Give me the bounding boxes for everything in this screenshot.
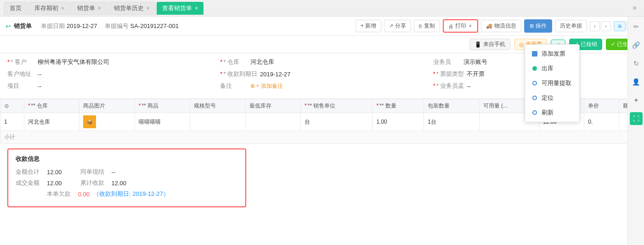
th-pack-qty: 包装数量 <box>424 99 479 113</box>
transaction-amount-item: 成交金额 12.00 <box>16 179 62 187</box>
subtotal-row: 小计 <box>0 131 644 144</box>
transaction-amount-label: 成交金额 <box>16 179 43 187</box>
dropdown-menu: 添加发票 出库 可用量提取 定位 <box>525 44 580 122</box>
this-order-due-label: 本单欠款 <box>47 190 74 198</box>
due-date-note: （收款到期日: 2019-12-27） <box>93 190 169 198</box>
warehouse-value: 河北仓库 <box>250 58 274 66</box>
row-qty: 1.00 <box>373 113 424 131</box>
tab-inventory-open[interactable]: 库存期初 × <box>28 2 70 15</box>
prev-arrow[interactable]: ‹ <box>590 21 600 31</box>
share-button[interactable]: ↗ 分享 <box>384 20 411 32</box>
cumulative-collection-value: 12.00 <box>112 180 127 187</box>
same-order-settle-value: -- <box>112 169 116 176</box>
th-qty: ** 数量 <box>373 99 424 113</box>
from-phone-button[interactable]: 📱 来自手机 <box>469 39 510 50</box>
doc-number-field: 单据编号 SA-20191227-001 <box>105 22 179 30</box>
refresh-item[interactable]: 刷新 <box>525 105 579 120</box>
warehouse-label: * 仓库 <box>220 58 248 66</box>
add-button[interactable]: + 新增 <box>356 20 381 32</box>
sidebar-star-icon[interactable]: ✦ <box>630 94 643 107</box>
th-unit: ** 销售单位 <box>301 99 373 113</box>
due-date-value: 2019-12-27 <box>260 71 291 78</box>
row-product: 嘻嘻嘻嘻 <box>135 113 190 131</box>
sidebar-rotate-icon[interactable]: ↻ <box>630 57 643 70</box>
ticket-value: 不开票 <box>467 70 485 78</box>
close-sales-tab[interactable]: × <box>98 5 101 11</box>
available-qty-icon <box>531 80 538 86</box>
print-button[interactable]: 🖨 打印 ▼ <box>443 19 478 33</box>
copy-button[interactable]: ⎘ 复制 <box>414 20 440 32</box>
close-view-sales-tab[interactable]: × <box>195 5 198 11</box>
nav-arrows: ‹ › <box>590 21 611 31</box>
th-warehouse: ** 仓库 <box>24 99 79 113</box>
total-amount-value: 12.00 <box>47 169 62 176</box>
list-view-button[interactable]: ≡ <box>614 21 626 31</box>
row-min-stock <box>245 113 300 131</box>
number-label: 单据编号 <box>105 22 129 30</box>
total-amount-label: 金额合计 <box>16 168 43 176</box>
salesperson-value: -- <box>467 83 471 90</box>
this-order-due-value: 0.00 <box>78 191 90 198</box>
add-note-button[interactable]: ⊕ + 添加备注 <box>250 82 282 90</box>
sidebar-expand-icon[interactable]: ⛶ <box>630 112 643 125</box>
refresh-icon <box>531 109 538 116</box>
locate-item[interactable]: 定位 <box>525 91 579 105</box>
same-order-settle-label: 同单现结 <box>80 168 108 176</box>
available-qty-item[interactable]: 可用量提取 <box>525 76 579 91</box>
window-close-button[interactable]: × <box>629 4 640 12</box>
subtotal-label: 小计 <box>0 131 644 144</box>
payment-row-1: 金额合计 12.00 同单现结 -- <box>16 168 238 176</box>
outbound-icon <box>531 65 538 72</box>
date-label: 单据日期 <box>41 22 65 30</box>
add-invoice-item[interactable]: 添加发票 <box>525 46 579 61</box>
project-label: 项目 <box>7 82 35 90</box>
toolbar: + 新增 ↗ 分享 ⎘ 复制 🖨 打印 ▼ 🚚 物流信息 ⊞ 操作 <box>356 19 638 33</box>
this-order-due-item: 本单欠款 0.00 （收款到期日: 2019-12-27） <box>47 190 169 198</box>
gear-icon[interactable]: ⚙ <box>4 103 9 109</box>
locate-icon <box>531 95 538 101</box>
tab-view-sales[interactable]: 查看销货单 × <box>157 2 203 15</box>
address-field: 客户地址 -- <box>7 70 211 78</box>
sidebar-link-icon[interactable]: 🔗 <box>630 39 643 51</box>
tab-home[interactable]: 首页 <box>4 2 28 15</box>
close-inventory-tab[interactable]: × <box>61 5 64 11</box>
cumulative-collection-label: 累计收款 <box>80 179 108 187</box>
customer-field: * 客户 柳州粤港平安气体有限公司 <box>7 58 211 66</box>
sidebar-edit-icon[interactable]: ✏ <box>630 20 643 33</box>
due-date-field: * 收款到期日 2019-12-27 <box>220 70 424 78</box>
tab-sales-order[interactable]: 销货单 × <box>71 2 107 15</box>
salesperson-label: * 业务员孟 <box>433 82 464 90</box>
date-value: 2019-12-27 <box>67 23 97 29</box>
sidebar-user-icon[interactable]: 👤 <box>630 75 643 88</box>
tab-sales-history[interactable]: 销货单历史 × <box>108 2 156 15</box>
th-price: 单价 <box>584 99 619 113</box>
next-arrow[interactable]: › <box>601 21 611 31</box>
th-spec: 规格型号 <box>190 99 245 113</box>
row-price: 0. <box>584 113 619 131</box>
project-field: 项目 -- <box>7 82 211 90</box>
th-product: ** 商品 <box>135 99 190 113</box>
close-history-tab[interactable]: × <box>147 5 150 11</box>
doc-title: 销货单 <box>14 22 32 30</box>
tab-bar: 首页 库存期初 × 销货单 × 销货单历史 × 查看销货单 × × <box>0 0 644 17</box>
due-date-label: * 收款到期日 <box>220 70 257 78</box>
payment-info-box: 收款信息 金额合计 12.00 同单现结 -- 成交金额 12.00 累计收款 <box>7 148 246 207</box>
address-label: 客户地址 <box>7 70 35 78</box>
warehouse-field: * 仓库 河北仓库 <box>220 58 424 66</box>
staff-value: 演示账号 <box>463 58 487 66</box>
logistics-button[interactable]: 🚚 物流信息 <box>481 20 521 32</box>
transaction-amount-value: 12.00 <box>47 180 62 187</box>
th-product-img: 商品图片 <box>79 99 135 113</box>
history-button[interactable]: 历史单据 <box>555 20 587 32</box>
th-gear[interactable]: ⚙ <box>0 99 24 113</box>
operation-button[interactable]: ⊞ 操作 <box>524 19 552 33</box>
bottom-section: 收款信息 金额合计 12.00 同单现结 -- 成交金额 12.00 累计收款 <box>0 144 644 212</box>
dropdown-overlay: 添加发票 出库 可用量提取 定位 <box>525 44 580 122</box>
number-value: SA-20191227-001 <box>130 23 179 29</box>
row-warehouse: 河北仓库 <box>24 113 79 131</box>
doc-date-field: 单据日期 2019-12-27 <box>41 22 97 30</box>
product-image: 📦 <box>83 115 96 128</box>
doc-meta: 单据日期 2019-12-27 单据编号 SA-20191227-001 <box>41 22 356 30</box>
right-sidebar: ✏ 🔗 ↻ 👤 ✦ ⛶ <box>627 17 644 245</box>
outbound-item[interactable]: 出库 <box>525 61 579 76</box>
